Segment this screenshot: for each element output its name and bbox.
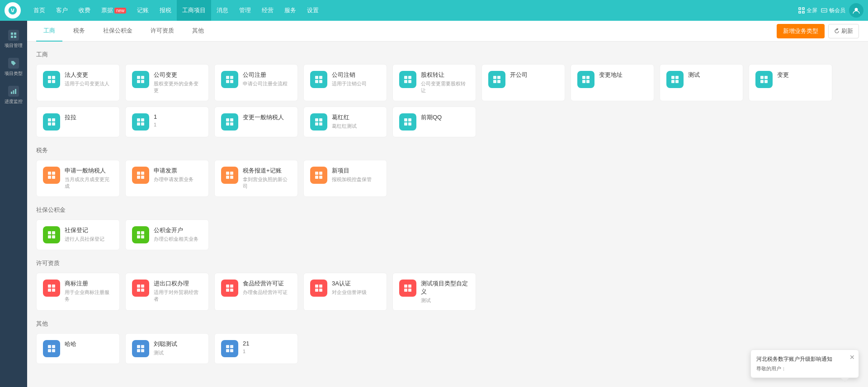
svg-rect-30 bbox=[408, 76, 411, 79]
svg-rect-79 bbox=[226, 176, 229, 179]
section-title-其他: 其他 bbox=[36, 320, 859, 328]
svg-rect-60 bbox=[230, 122, 233, 126]
svg-rect-119 bbox=[137, 349, 140, 352]
sections-container: 工商 法人变更适用于公司变更法人 公司变更股权变更外的业务变更 公司注册申请公司… bbox=[36, 51, 859, 364]
svg-rect-3 bbox=[802, 11, 804, 13]
card-text: 申请一般纳税人当月或次月成变更完成 bbox=[65, 167, 113, 190]
service-card[interactable]: 进出口权办理适用于对外贸易经营者 bbox=[125, 273, 209, 311]
sidebar-item-project-type[interactable]: 项目类型 bbox=[0, 53, 27, 81]
nav-item-客户[interactable]: 客户 bbox=[51, 0, 73, 21]
nav-item-服务[interactable]: 服务 bbox=[279, 0, 302, 21]
service-card[interactable]: 税务报道+记账拿到营业执照的新公司 bbox=[214, 160, 298, 197]
service-card[interactable]: 211 bbox=[214, 333, 298, 364]
service-card[interactable]: 哈哈 bbox=[36, 333, 120, 364]
service-card[interactable]: 葛红红葛红红测试 bbox=[303, 107, 387, 137]
service-card[interactable]: 股权转让公司变更需要股权转让 bbox=[392, 64, 476, 101]
svg-rect-33 bbox=[493, 76, 496, 79]
card-desc: 测试 bbox=[421, 297, 469, 304]
service-card[interactable]: 法人变更适用于公司变更法人 bbox=[36, 64, 120, 101]
card-icon bbox=[221, 280, 238, 297]
card-name: 公积金开户 bbox=[154, 226, 202, 234]
nav-item-管理[interactable]: 管理 bbox=[234, 0, 256, 21]
vip-button[interactable]: 畅会员 bbox=[821, 7, 845, 14]
nav-item-经营[interactable]: 经营 bbox=[256, 0, 279, 21]
service-card[interactable]: 变更地址 bbox=[571, 64, 654, 101]
tab-其他[interactable]: 其他 bbox=[185, 21, 211, 42]
card-icon bbox=[43, 167, 60, 184]
card-text: 变更 bbox=[777, 71, 826, 80]
nav-item-首页[interactable]: 首页 bbox=[28, 0, 51, 21]
nav-item-消息[interactable]: 消息 bbox=[211, 0, 234, 21]
svg-rect-28 bbox=[319, 80, 322, 83]
svg-rect-54 bbox=[141, 118, 144, 121]
svg-rect-63 bbox=[315, 122, 318, 126]
service-card[interactable]: 拉拉 bbox=[36, 107, 120, 137]
notification-close-button[interactable]: ✕ bbox=[849, 354, 855, 361]
service-card[interactable]: 前期QQ bbox=[392, 107, 476, 137]
card-icon bbox=[399, 71, 416, 88]
service-card[interactable]: 测试 bbox=[660, 64, 743, 101]
refresh-button[interactable]: 刷新 bbox=[828, 24, 859, 38]
cards-grid-工商: 法人变更适用于公司变更法人 公司变更股权变更外的业务变更 公司注册申请公司注册全… bbox=[36, 64, 859, 137]
section-title-许可资质: 许可资质 bbox=[36, 259, 859, 267]
card-name: 商标注册 bbox=[65, 280, 113, 288]
service-card[interactable]: 社保登记进行人员社保登记 bbox=[36, 219, 120, 250]
card-name: 21 bbox=[243, 340, 291, 347]
tab-许可资质[interactable]: 许可资质 bbox=[143, 21, 181, 42]
card-icon bbox=[310, 167, 327, 184]
card-desc: 对企业信誉评级 bbox=[332, 289, 380, 296]
nav-item-工商项目[interactable]: 工商项目 bbox=[177, 0, 211, 21]
svg-rect-102 bbox=[230, 284, 233, 288]
vip-label: 畅会员 bbox=[829, 7, 845, 14]
service-card[interactable]: 食品经营许可证办理食品经营许可证 bbox=[214, 273, 298, 311]
nav-item-报税[interactable]: 报税 bbox=[154, 0, 177, 21]
new-type-button[interactable]: 新增业务类型 bbox=[777, 24, 825, 38]
service-card[interactable]: 11 bbox=[125, 107, 209, 137]
notification-body: 尊敬的用户： bbox=[756, 365, 853, 373]
service-card[interactable]: 3A认证对企业信誉评级 bbox=[303, 273, 387, 311]
nav-item-票据[interactable]: 票据new bbox=[96, 0, 132, 21]
service-card[interactable]: 公司注销适用于注销公司 bbox=[303, 64, 387, 101]
svg-rect-52 bbox=[52, 122, 55, 126]
svg-rect-2 bbox=[799, 11, 801, 13]
service-card[interactable]: 变更一般纳税人 bbox=[214, 107, 298, 137]
sidebar-item-project-manage[interactable]: 项目管理 bbox=[0, 25, 27, 53]
service-card[interactable]: 变更 bbox=[749, 64, 832, 101]
card-text: 测试项目类型自定义测试 bbox=[421, 280, 469, 304]
svg-rect-24 bbox=[230, 80, 233, 83]
service-card[interactable]: 公司变更股权变更外的业务变更 bbox=[125, 64, 209, 101]
tag-icon bbox=[8, 58, 19, 69]
cards-grid-税务: 申请一般纳税人当月或次月成变更完成 申请发票办理申请发票业务 税务报道+记账拿到… bbox=[36, 160, 859, 197]
svg-rect-83 bbox=[315, 176, 318, 179]
svg-rect-14 bbox=[52, 76, 55, 79]
fullscreen-button[interactable]: 全屏 bbox=[798, 7, 817, 14]
svg-rect-50 bbox=[52, 118, 55, 121]
svg-rect-64 bbox=[319, 122, 322, 126]
service-card[interactable]: 公积金开户办理公积金相关业务 bbox=[125, 219, 209, 250]
service-card[interactable]: 商标注册用于企业商标注册服务 bbox=[36, 273, 120, 311]
service-card[interactable]: 公司注册申请公司注册全流程 bbox=[214, 64, 298, 101]
svg-rect-11 bbox=[13, 90, 14, 94]
svg-rect-65 bbox=[404, 118, 407, 121]
svg-rect-103 bbox=[226, 289, 229, 292]
sidebar-item-progress[interactable]: 进度监控 bbox=[0, 81, 27, 109]
service-card[interactable]: 开公司 bbox=[481, 64, 565, 101]
service-card[interactable]: 申请发票办理申请发票业务 bbox=[125, 160, 209, 197]
card-text: 法人变更适用于公司变更法人 bbox=[65, 71, 113, 87]
service-card[interactable]: 新项目报税加税控盘保管 bbox=[303, 160, 387, 197]
service-card[interactable]: 申请一般纳税人当月或次月成变更完成 bbox=[36, 160, 120, 197]
tab-工商[interactable]: 工商 bbox=[36, 21, 62, 42]
card-icon bbox=[577, 71, 594, 88]
nav-item-设置[interactable]: 设置 bbox=[302, 0, 324, 21]
tab-社保公积金[interactable]: 社保公积金 bbox=[96, 21, 140, 42]
nav-item-记账[interactable]: 记账 bbox=[132, 0, 154, 21]
svg-rect-26 bbox=[319, 76, 322, 79]
service-card[interactable]: 测试项目类型自定义测试 bbox=[392, 273, 476, 311]
service-card[interactable]: 刘聪测试测试 bbox=[125, 333, 209, 364]
svg-rect-32 bbox=[408, 80, 411, 83]
user-avatar[interactable] bbox=[849, 3, 863, 18]
svg-rect-9 bbox=[14, 36, 16, 38]
nav-item-收费[interactable]: 收费 bbox=[73, 0, 96, 21]
tab-税务[interactable]: 税务 bbox=[66, 21, 92, 42]
card-icon bbox=[132, 340, 149, 357]
